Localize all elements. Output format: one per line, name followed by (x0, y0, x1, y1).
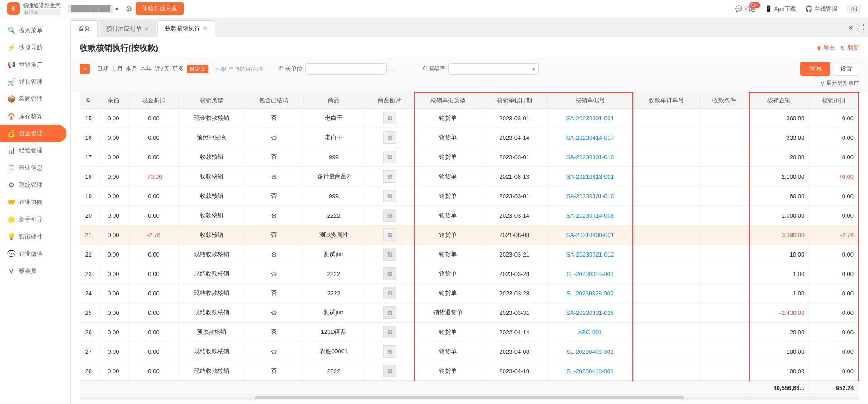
cancel-bill-link[interactable]: SL-20230408-001 (566, 348, 613, 355)
query-button[interactable]: 查询 (800, 62, 830, 76)
refresh-icon: ↻ (840, 45, 845, 52)
bill-type-select[interactable] (448, 63, 539, 75)
cell-cancel-bill-no[interactable]: SA-20230331-026 (547, 303, 633, 323)
cell-cancel-discount: 0.00 (809, 284, 859, 303)
cell-include-settled: 否 (245, 147, 302, 167)
cell-cancel-bill-no[interactable]: SA-20230301-010 (547, 147, 633, 167)
cell-id: 26 (80, 323, 98, 342)
cancel-bill-link[interactable]: SA-20210813-001 (566, 173, 614, 180)
tab-prepay-close[interactable]: ✕ (144, 26, 149, 32)
sidebar-item-guide[interactable]: 🌟 新手引导 (0, 211, 70, 228)
sidebar-item-search[interactable]: 🔍 搜索菜单 (0, 22, 70, 39)
cell-cancel-bill-no[interactable]: SA-20210808-001 (547, 225, 633, 245)
sidebar-item-sales[interactable]: 🛒 销售管理 (0, 73, 70, 90)
tab-receipt[interactable]: 收款核销执行 ✕ (157, 20, 215, 37)
date-option-more[interactable]: 更多 (172, 65, 184, 73)
sidebar-item-basic[interactable]: 📋 基础信息 (0, 159, 70, 176)
table-row: 16 0.00 0.00 预付冲应收 否 老白干 🖼 销货单 2023-04-1… (80, 128, 859, 147)
export-button[interactable]: ⬆ 导出 (816, 44, 835, 52)
sidebar-item-smart[interactable]: 💡 智能硬件 (0, 228, 70, 245)
cell-cancel-amount: 1.00 (749, 264, 809, 284)
wechat-icon: 💬 (7, 250, 15, 258)
cell-cancel-bill-no[interactable]: ABC-001 (547, 323, 633, 342)
table-row: 27 0.00 0.00 现结收款核销 否 衣服00001 🖼 销货单 2023… (80, 342, 859, 361)
date-option-this-month[interactable]: 本月 (126, 65, 137, 73)
cancel-bill-link[interactable]: SA-20230301-010 (566, 154, 614, 161)
cancel-bill-link[interactable]: SA-20230314-008 (566, 212, 614, 219)
cell-receipt-cond (700, 303, 749, 323)
date-custom-label[interactable]: 自定义 (187, 65, 208, 73)
top-bar-right: 💬 消息 99+ 📱 App下载 🎧 在线客服 Rit (735, 5, 861, 13)
col-include-settled-header: 包含已结清 (245, 92, 302, 109)
goods-image: 🖼 (383, 345, 396, 358)
cell-cancel-bill-no[interactable]: SA-20230314-008 (547, 206, 633, 225)
user-account[interactable]: Rit (847, 5, 861, 13)
tab-home-label: 首页 (78, 24, 90, 33)
counterpart-dots[interactable]: ... (389, 66, 397, 72)
cancel-bill-link[interactable]: SA-20230321-012 (566, 251, 614, 258)
table-row: 15 0.00 0.00 现金收款核销 否 老白干 🖼 销货单 2023-03-… (80, 109, 859, 128)
cell-cancel-bill-no[interactable]: SA-20230301-001 (547, 109, 633, 128)
date-option-prev-month[interactable]: 上月 (111, 65, 123, 73)
settings-gear-icon[interactable]: ⚙ (126, 5, 132, 13)
table-row: 18 0.00 -70.00 收款核销 否 多计量商品2 🖼 销货单 2021-… (80, 167, 859, 186)
sidebar-item-finance[interactable]: 💰 资金管理 (0, 125, 66, 142)
app-download-button[interactable]: 📱 App下载 (765, 5, 796, 13)
cancel-bill-link[interactable]: SA-20210808-001 (566, 232, 614, 238)
cell-cancel-bill-no[interactable]: SA-20230301-010 (547, 186, 633, 206)
cancel-bill-link[interactable]: SA-20230301-001 (566, 115, 614, 122)
sidebar-item-business[interactable]: 📊 经营管理 (0, 142, 70, 159)
cell-cancel-bill-no[interactable]: SL-20230328-002 (547, 284, 633, 303)
cell-balance: 0.00 (98, 147, 129, 167)
counterpart-input[interactable] (305, 63, 387, 75)
cell-cancel-bill-no[interactable]: SA-20210813-001 (547, 167, 633, 186)
footer-spacer (80, 381, 749, 395)
cell-cancel-bill-no[interactable]: SA-20230321-012 (547, 245, 633, 264)
cell-cancel-bill-no[interactable]: SL-20230408-001 (547, 342, 633, 361)
cell-balance: 0.00 (98, 264, 129, 284)
sidebar-item-marketing[interactable]: 📢 营销推广 (0, 56, 70, 73)
sidebar-label-purchase: 采购管理 (19, 95, 42, 103)
cell-cancel-bill-no[interactable]: SL-20230328-001 (547, 264, 633, 284)
sidebar-item-quick-nav[interactable]: ⚡ 快捷导航 (0, 39, 70, 56)
refresh-button[interactable]: ↻ 刷新 (840, 44, 859, 52)
cancel-bill-link[interactable]: SL-20230418-001 (566, 368, 613, 375)
date-option-this-year[interactable]: 本年 (140, 65, 152, 73)
sidebar-item-wechat[interactable]: 💬 企业微信 (0, 245, 70, 262)
sidebar-item-purchase[interactable]: 📦 采购管理 (0, 90, 70, 108)
cell-include-settled: 否 (245, 303, 302, 323)
cell-cancel-bill-no[interactable]: SL-20230418-001 (547, 361, 633, 381)
cell-balance: 0.00 (98, 323, 129, 342)
filter-settings-button[interactable]: 设置 (834, 62, 859, 76)
close-tab-button[interactable]: ✕ (848, 23, 854, 32)
industry-solution-button[interactable]: 体验行业方案 (136, 2, 184, 15)
tab-prepay[interactable]: 预付冲应付单 ✕ (99, 20, 156, 37)
filter-collapse-button[interactable]: » (80, 64, 90, 74)
online-service-button[interactable]: 🎧 在线客服 (805, 5, 838, 13)
cell-balance: 0.00 (98, 303, 129, 323)
goods-image: 🖼 (383, 326, 396, 338)
expand-conditions-button[interactable]: ∨ 展开更多条件 (821, 79, 859, 87)
workspace-dropdown[interactable]: ██████████ ▾ (64, 5, 122, 13)
sidebar-item-system[interactable]: ⚙ 系统管理 (0, 176, 70, 194)
tab-receipt-close[interactable]: ✕ (203, 25, 208, 32)
cancel-bill-link[interactable]: SA-20230414-017 (566, 134, 614, 141)
cancel-bill-link[interactable]: SA-20230331-026 (566, 309, 614, 316)
sidebar-item-member[interactable]: V 畅会员 (0, 262, 70, 280)
goods-image: 🖼 (383, 306, 396, 319)
cancel-bill-link[interactable]: ABC-001 (578, 329, 602, 336)
cell-cancel-bill-no[interactable]: SA-20230414-017 (547, 128, 633, 147)
col-settings-header[interactable]: ⚙ (80, 92, 98, 109)
cancel-bill-link[interactable]: SL-20230328-002 (566, 290, 613, 297)
sidebar-item-enterprise[interactable]: 🤝 企业协同 (0, 194, 70, 211)
messages-button[interactable]: 💬 消息 99+ (735, 5, 756, 13)
date-option-7days[interactable]: 近7天 (155, 65, 170, 73)
cell-include-settled: 否 (245, 323, 302, 342)
cancel-bill-link[interactable]: SA-20230301-010 (566, 193, 614, 200)
fullscreen-button[interactable]: ⛶ (857, 23, 864, 32)
table-container[interactable]: ⚙ 余额 现金折扣 核销类型 包含已结清 商品 商品图片 核销单据类型 核销单据… (71, 92, 868, 404)
cancel-bill-link[interactable]: SL-20230328-001 (566, 271, 613, 277)
sidebar-item-inventory[interactable]: 🏠 库存核算 (0, 108, 70, 125)
tab-home[interactable]: 首页 (71, 20, 98, 37)
cell-include-settled: 否 (245, 245, 302, 264)
